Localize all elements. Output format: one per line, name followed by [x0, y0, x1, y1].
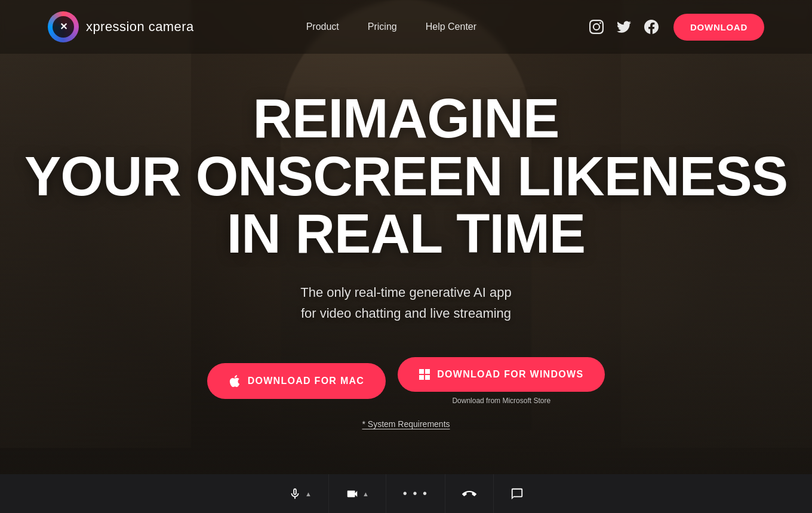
chat-icon	[510, 487, 524, 500]
hero-title: REIMAGINE YOUR ONSCREEN LIKENESS IN REAL…	[24, 90, 788, 263]
microphone-toolbar-item[interactable]: ▲	[272, 474, 329, 513]
windows-icon	[419, 369, 430, 380]
social-icons-group	[589, 19, 659, 35]
windows-button-wrapper: DOWNLOAD FOR WINDOWS Download from Micro…	[398, 357, 605, 405]
nav-link-product[interactable]: Product	[306, 21, 339, 32]
end-call-icon	[462, 487, 476, 501]
microphone-chevron: ▲	[305, 490, 312, 497]
download-mac-button[interactable]: DOWNLOAD FOR MAC	[207, 363, 386, 399]
logo-text: xpression camera	[86, 19, 194, 35]
facebook-icon[interactable]	[644, 19, 659, 35]
more-options-icon: • • •	[403, 487, 428, 500]
apple-icon	[229, 375, 241, 387]
logo-circle-icon: ✕	[48, 11, 79, 42]
nav-right-section: DOWNLOAD	[589, 14, 764, 41]
windows-subtext: Download from Microsoft Store	[452, 397, 550, 405]
nav-item-product[interactable]: Product	[306, 21, 339, 32]
end-call-toolbar-item[interactable]	[445, 474, 494, 513]
nav-item-pricing[interactable]: Pricing	[368, 21, 397, 32]
twitter-icon[interactable]	[616, 19, 632, 35]
download-nav-button[interactable]: DOWNLOAD	[673, 14, 764, 41]
camera-icon	[346, 487, 359, 500]
bottom-toolbar: ▲ ▲ • • •	[0, 474, 812, 513]
system-requirements-link[interactable]: * System Requirements	[362, 419, 450, 429]
hero-section: REIMAGINE YOUR ONSCREEN LIKENESS IN REAL…	[0, 54, 812, 429]
hero-cta-buttons: DOWNLOAD FOR MAC DOWNLOAD FOR WINDOWS Do…	[207, 357, 605, 405]
camera-chevron: ▲	[362, 490, 369, 497]
logo-x-mark: ✕	[60, 22, 67, 32]
nav-link-pricing[interactable]: Pricing	[368, 21, 397, 32]
nav-item-help[interactable]: Help Center	[426, 21, 476, 32]
hero-subtitle: The only real-time generative AI app for…	[300, 282, 511, 324]
microphone-icon	[288, 487, 302, 500]
more-options-toolbar-item[interactable]: • • •	[386, 474, 445, 513]
nav-links: Product Pricing Help Center	[306, 21, 476, 32]
logo-link[interactable]: ✕ xpression camera	[48, 11, 194, 42]
camera-toolbar-item[interactable]: ▲	[329, 474, 386, 513]
navbar: ✕ xpression camera Product Pricing Help …	[0, 0, 812, 54]
instagram-icon[interactable]	[589, 19, 604, 35]
nav-link-help[interactable]: Help Center	[426, 21, 476, 32]
chat-toolbar-item[interactable]	[494, 474, 540, 513]
download-windows-button[interactable]: DOWNLOAD FOR WINDOWS	[398, 357, 605, 392]
